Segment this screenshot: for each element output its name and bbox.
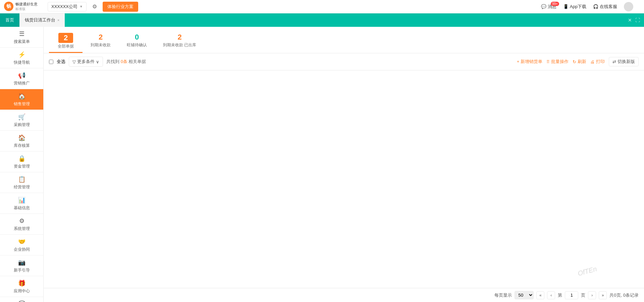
sidebar-item-operation[interactable]: 📋 经营管理	[0, 172, 43, 193]
nav-right-icons: ✕ ⛶	[628, 17, 644, 23]
page-number-input[interactable]	[565, 291, 578, 299]
online-service-label: 在线客服	[600, 4, 617, 10]
first-page-button[interactable]: «	[536, 291, 544, 299]
close-tab-icon[interactable]: ×	[57, 18, 59, 22]
batch-label: 批量操作	[551, 59, 569, 65]
search-menu-icon: ☰	[19, 30, 24, 38]
sidebar-item-search-menu[interactable]: ☰ 搜索菜单	[0, 27, 43, 48]
found-count: 0条	[121, 59, 127, 64]
app-download-button[interactable]: 📱 App下载	[563, 4, 586, 10]
sidebar-label-inventory: 库存核算	[14, 143, 30, 148]
service-icon: 🎧	[593, 4, 598, 9]
sidebar-item-inventory[interactable]: 🏠 库存核算	[0, 131, 43, 152]
sidebar-item-guide[interactable]: 📷 新手引导	[0, 255, 43, 276]
stats-tabs: 2 全部单据 2 到期未收款 0 旺辅待确认 2 到期未收款 已出库	[44, 27, 644, 53]
sidebar-item-marketing[interactable]: 📢 营销推广	[0, 68, 43, 89]
sidebar-label-app-center: 应用中心	[14, 288, 30, 294]
sidebar-label-system: 系统管理	[14, 226, 30, 232]
stat-pending-number: 0	[135, 33, 139, 42]
purchase-icon: 🛒	[18, 113, 25, 121]
switch-version-button[interactable]: ⇄ 切换新版	[609, 57, 639, 66]
stat-tab-all[interactable]: 2 全部单据	[49, 30, 83, 53]
company-name: XXXXXX公司	[51, 4, 77, 10]
sidebar-item-app-center[interactable]: 🎁 应用中心	[0, 276, 43, 297]
app-icon: 📱	[563, 4, 569, 9]
sidebar-item-basic-info[interactable]: 📊 基础信息	[0, 193, 43, 214]
toolbar: 全选 ▽ 更多条件 ∨ 共找到 0条 相关单据 + 新增销货单 ⠿ 批量操作 ↻	[44, 53, 644, 70]
refresh-button[interactable]: ↻ 刷新	[573, 59, 586, 65]
sidebar-label-search-menu: 搜索菜单	[14, 39, 30, 45]
sidebar-item-quick-nav[interactable]: ⚡ 快捷导航	[0, 48, 43, 68]
active-tab-label: 钱货日清工作台	[25, 17, 55, 23]
next-page-button[interactable]: ›	[588, 291, 596, 299]
home-tab-label: 首页	[5, 17, 14, 23]
sidebar-item-finance[interactable]: 🔒 资金管理	[0, 152, 43, 172]
switch-label: 切换新版	[618, 59, 635, 65]
company-dropdown-icon: ▼	[79, 5, 83, 8]
app-center-icon: 🎁	[18, 280, 25, 287]
tab-daily-work[interactable]: 钱货日清工作台 ×	[19, 13, 65, 27]
settings-button[interactable]: ⚙	[90, 2, 99, 11]
message-button[interactable]: 💬 消息 99+	[541, 4, 556, 10]
sidebar: ☰ 搜索菜单 ⚡ 快捷导航 📢 营销推广 🏠 销售管理 🛒 采购管理 🏠 库存核…	[0, 27, 44, 302]
nav-tabs: 首页 钱货日清工作台 × ✕ ⛶	[0, 13, 644, 27]
inventory-icon: 🏠	[18, 134, 25, 141]
stat-tab-pending[interactable]: 0 旺辅待确认	[119, 30, 155, 53]
main-layout: ☰ 搜索菜单 ⚡ 快捷导航 📢 营销推广 🏠 销售管理 🛒 采购管理 🏠 库存核…	[0, 27, 644, 302]
print-icon: 🖨	[590, 59, 595, 64]
print-label: 打印	[596, 59, 605, 65]
tab-home[interactable]: 首页	[0, 13, 19, 27]
sidebar-label-basic-info: 基础信息	[14, 205, 30, 211]
stat-overdue-out-number: 2	[178, 33, 182, 42]
new-sale-order-button[interactable]: + 新增销货单	[517, 59, 542, 65]
app-download-label: App下载	[570, 4, 586, 10]
stat-tab-overdue-out[interactable]: 2 到期未收款 已出库	[155, 30, 204, 53]
stat-overdue-label: 到期未收款	[91, 42, 111, 48]
sidebar-label-enterprise: 企业协同	[14, 247, 30, 252]
finance-icon: 🔒	[18, 155, 25, 162]
page-label: 第	[558, 292, 562, 298]
sidebar-item-enterprise[interactable]: 🤝 企业协同	[0, 235, 43, 255]
stat-pending-label: 旺辅待确认	[127, 42, 147, 48]
sidebar-label-purchase: 采购管理	[14, 122, 30, 128]
system-icon: ⚙	[19, 217, 24, 225]
batch-icon: ⠿	[546, 59, 550, 64]
content-area: 2 全部单据 2 到期未收款 0 旺辅待确认 2 到期未收款 已出库 全选 ▽ …	[44, 27, 644, 302]
avatar[interactable]	[624, 2, 633, 11]
guide-icon: 📷	[18, 259, 25, 266]
switch-icon: ⇄	[612, 59, 616, 64]
prev-page-button[interactable]: ‹	[547, 291, 555, 299]
table-area	[44, 70, 644, 288]
sidebar-label-finance: 资金管理	[14, 164, 30, 169]
sidebar-item-purchase[interactable]: 🛒 采购管理	[0, 110, 43, 131]
operation-icon: 📋	[18, 176, 25, 183]
last-page-button[interactable]: »	[599, 291, 607, 299]
page-size-select[interactable]: 50 20 100	[515, 291, 534, 299]
wechat-icon: 💬	[18, 300, 25, 302]
gear-icon: ⚙	[92, 3, 97, 10]
message-badge: 99+	[551, 2, 559, 6]
sidebar-item-system[interactable]: ⚙ 系统管理	[0, 214, 43, 235]
more-conditions-button[interactable]: ▽ 更多条件 ∨	[69, 57, 103, 67]
refresh-icon: ↻	[573, 59, 576, 64]
sidebar-item-sales[interactable]: 🏠 销售管理	[0, 89, 43, 110]
nav-close-icon[interactable]: ✕	[628, 17, 632, 23]
filter-icon: ▽	[72, 59, 76, 64]
online-service-button[interactable]: 🎧 在线客服	[593, 4, 617, 10]
sidebar-label-quick-nav: 快捷导航	[14, 60, 30, 65]
trial-button[interactable]: 体验行业方案	[103, 2, 138, 12]
found-text: 共找到 0条 相关单据	[106, 59, 146, 65]
logo-badge: 标准版	[15, 7, 38, 11]
page-suffix: 页	[581, 292, 585, 298]
sidebar-item-wechat[interactable]: 💬 企业微信	[0, 297, 43, 302]
select-all-checkbox[interactable]	[49, 60, 53, 64]
enterprise-icon: 🤝	[18, 238, 25, 245]
chevron-down-icon: ∨	[96, 59, 99, 64]
batch-operation-button[interactable]: ⠿ 批量操作	[546, 59, 569, 65]
stat-tab-overdue[interactable]: 2 到期未收款	[83, 30, 119, 53]
toolbar-right: + 新增销货单 ⠿ 批量操作 ↻ 刷新 🖨 打印 ⇄ 切换新版	[517, 57, 639, 66]
marketing-icon: 📢	[18, 72, 25, 79]
nav-expand-icon[interactable]: ⛶	[635, 17, 640, 23]
print-button[interactable]: 🖨 打印	[590, 59, 605, 65]
company-selector[interactable]: XXXXXX公司 ▼	[48, 2, 87, 11]
